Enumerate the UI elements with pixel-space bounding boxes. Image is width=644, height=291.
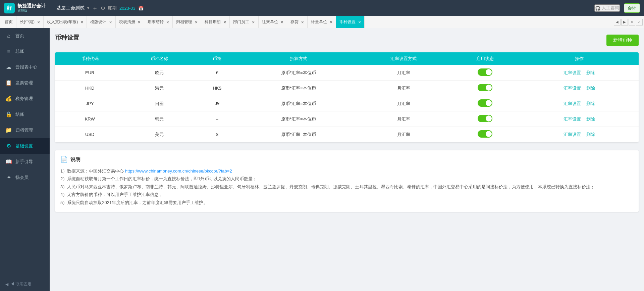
settings-gear-icon[interactable]: ⚙ — [101, 5, 105, 11]
cell-status — [450, 96, 520, 111]
add-tab-button[interactable]: ＋ — [92, 4, 98, 12]
cell-actions: 汇率设置 删除 — [520, 81, 639, 96]
collapse-icon: ◀ — [5, 282, 8, 287]
rate-setting-link[interactable]: 汇率设置 — [564, 116, 581, 122]
note-link[interactable]: https://www.chinamoney.com.cn/chinese/bk… — [125, 168, 232, 174]
tab-prev-button[interactable]: ◀ — [614, 19, 621, 26]
sidebar-item-home[interactable]: ⌂ 首页 — [0, 28, 50, 44]
tab-dept-staff[interactable]: 部门员工 × — [230, 16, 258, 28]
tab-close-icon[interactable]: × — [330, 19, 332, 25]
note-item-1: 1）数据来源：中国外汇交易中心 https://www.chinamoney.c… — [60, 167, 633, 175]
sidebar-item-ledger[interactable]: ≡ 总账 — [0, 44, 50, 59]
tab-close-icon[interactable]: × — [138, 19, 141, 25]
archive-icon: 📁 — [5, 127, 12, 133]
calendar-icon[interactable]: 📅 — [138, 6, 144, 11]
delete-link[interactable]: 删除 — [586, 132, 595, 137]
tab-close-icon[interactable]: × — [281, 19, 283, 25]
sidebar-item-settings[interactable]: ⚙ 基础设置 — [0, 138, 50, 154]
tab-close-all-button[interactable]: × — [629, 19, 635, 26]
table-row: USD 美元 $ 原币*汇率=本位币 月汇率 汇率设置 删除 — [55, 127, 639, 142]
company-name: 基层工会测试 — [56, 5, 85, 11]
col-header-actions: 操作 — [520, 52, 639, 65]
rate-setting-link[interactable]: 汇率设置 — [564, 86, 581, 91]
currency-table: 币种代码 币种名称 币符 折算方式 汇率设置方式 启用状态 操作 EUR 欧元 … — [55, 52, 639, 142]
note-item-3: 3）人民币对马来西亚林吉特、俄罗斯卢布、南非兰特、韩元、阿联酋迪拉姆、沙特里亚尔… — [60, 183, 633, 191]
tax-icon: 💰 — [5, 95, 12, 102]
cell-symbol: -- — [194, 111, 240, 127]
enable-toggle[interactable] — [478, 99, 492, 107]
sidebar-collapse-button[interactable]: ◀ ◀ 取消固定 — [0, 277, 50, 291]
tab-next-button[interactable]: ▶ — [621, 19, 628, 26]
tab-close-icon[interactable]: × — [195, 19, 198, 25]
cell-actions: 汇率设置 删除 — [520, 111, 639, 127]
delete-link[interactable]: 删除 — [586, 116, 595, 122]
col-header-rate-method: 汇率设置方式 — [357, 52, 450, 65]
sidebar-item-archive[interactable]: 📁 归档管理 — [0, 122, 50, 138]
tab-measurement-unit[interactable]: 计量单位 × — [308, 16, 336, 28]
help-button[interactable]: 🎧 人工咨询 — [594, 4, 620, 12]
rate-setting-link[interactable]: 汇率设置 — [564, 70, 581, 75]
delete-link[interactable]: 删除 — [586, 86, 595, 91]
rate-setting-link[interactable]: 汇率设置 — [564, 132, 581, 137]
enable-toggle[interactable] — [478, 84, 492, 91]
tab-inventory[interactable]: 存货 × — [287, 16, 308, 28]
enable-toggle[interactable] — [478, 68, 492, 76]
sidebar-item-tax[interactable]: 💰 税务管理 — [0, 91, 50, 106]
main-layout: ⌂ 首页 ≡ 总账 ☁ 云报表中心 📋 发票管理 💰 税务管理 🔒 结账 📁 归… — [0, 28, 644, 291]
col-header-name: 币种名称 — [125, 52, 195, 65]
member-icon: ✦ — [5, 174, 12, 181]
tab-home[interactable]: 首页 — [1, 16, 16, 28]
tab-close-icon[interactable]: × — [301, 19, 304, 25]
table-row: JPY 日圆 J¥ 原币*汇率=本位币 月汇率 汇率设置 删除 — [55, 96, 639, 111]
sidebar-item-guide[interactable]: 📖 新手引导 — [0, 154, 50, 169]
account-type-button[interactable]: 会计 — [624, 3, 640, 13]
tab-contacts[interactable]: 往来单位 × — [259, 16, 287, 28]
ledger-icon: ≡ — [5, 48, 12, 54]
page-title: 币种设置 — [55, 34, 79, 42]
tab-close-icon[interactable]: × — [223, 19, 226, 25]
tab-period-end[interactable]: 期末结转 × — [144, 16, 173, 28]
delete-link[interactable]: 删除 — [586, 70, 595, 75]
cell-rate-method: 月汇率 — [357, 65, 450, 81]
tab-close-icon[interactable]: × — [109, 19, 112, 25]
logo-area: 好 畅捷通好会计 旗舰版 — [4, 3, 54, 13]
tab-archive[interactable]: 归档管理 × — [173, 16, 201, 28]
top-right: 🎧 人工咨询 会计 — [594, 3, 640, 13]
cell-status — [450, 111, 520, 127]
tab-navigation: ◀ ▶ × ⤢ — [614, 19, 643, 26]
tab-bar: 首页 长(中期) × 收入支出表(年报) × 模版设计 × 税表清册 × 期末结… — [0, 16, 644, 28]
cell-symbol: $ — [194, 127, 240, 142]
cell-actions: 汇率设置 删除 — [520, 96, 639, 111]
tab-close-icon[interactable]: × — [166, 19, 169, 25]
cell-rate-method: 月汇率 — [357, 127, 450, 142]
sidebar-item-closing[interactable]: 🔒 结账 — [0, 106, 50, 122]
tab-currency-settings[interactable]: 币种设置 × — [336, 16, 365, 28]
tab-expand-button[interactable]: ⤢ — [636, 19, 643, 26]
rate-setting-link[interactable]: 汇率设置 — [564, 101, 581, 106]
company-dropdown-icon[interactable]: ▾ — [87, 6, 89, 10]
tab-tax-table[interactable]: 税表清册 × — [116, 16, 144, 28]
tab-close-icon[interactable]: × — [80, 19, 83, 25]
sidebar-item-invoice[interactable]: 📋 发票管理 — [0, 75, 50, 91]
logo-icon: 好 — [4, 3, 15, 13]
tab-subject-init[interactable]: 科目期初 × — [201, 16, 230, 28]
headset-icon: 🎧 — [595, 6, 600, 11]
tab-close-icon[interactable]: × — [358, 19, 361, 25]
tab-medium-report[interactable]: 长(中期) × — [16, 16, 44, 28]
cell-calc-method: 原币*汇率=本位币 — [240, 65, 357, 81]
cell-status — [450, 65, 520, 81]
delete-link[interactable]: 删除 — [586, 101, 595, 106]
tab-close-icon[interactable]: × — [252, 19, 255, 25]
tab-annual-report[interactable]: 收入支出表(年报) × — [44, 16, 87, 28]
cell-code: KRW — [55, 111, 125, 127]
new-currency-button[interactable]: 新增币种 — [606, 35, 639, 46]
tab-close-icon[interactable]: × — [37, 19, 40, 25]
table-row: KRW 韩元 -- 原币*汇率=本位币 月汇率 汇率设置 删除 — [55, 111, 639, 127]
content-area: 币种设置 新增币种 币种代码 币种名称 币符 折算方式 汇率设置方式 启用状态 … — [50, 28, 644, 291]
enable-toggle[interactable] — [478, 130, 492, 138]
tab-template-design[interactable]: 模版设计 × — [87, 16, 115, 28]
sidebar-item-member[interactable]: ✦ 畅会员 — [0, 169, 50, 185]
col-header-status: 启用状态 — [450, 52, 520, 65]
enable-toggle[interactable] — [478, 115, 492, 122]
sidebar-item-reports[interactable]: ☁ 云报表中心 — [0, 59, 50, 75]
